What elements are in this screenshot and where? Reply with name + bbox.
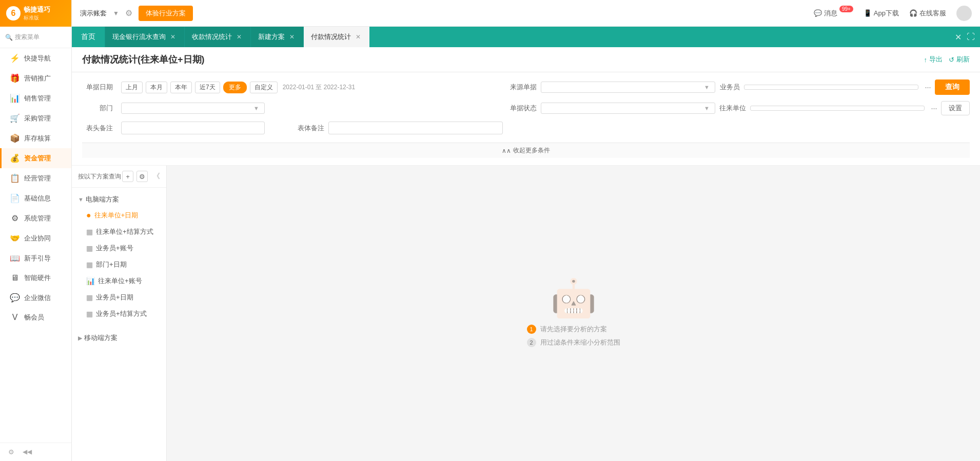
search-label: 搜索菜单 — [15, 33, 40, 42]
tab-new-scheme[interactable]: 新建方案 ✕ — [250, 27, 303, 47]
date-opt-more[interactable]: 更多 — [223, 82, 247, 93]
mobile-section-label: 移动端方案 — [84, 333, 117, 343]
tip-num-2: 2 — [527, 338, 536, 347]
maximize-icon[interactable]: ⛶ — [967, 32, 975, 42]
date-range-display: 2022-01-01 至 2022-12-31 — [283, 83, 355, 92]
scheme-item-label: 往来单位+日期 — [94, 211, 139, 220]
settings-icon[interactable]: ⚙ — [8, 448, 14, 456]
scheme-item-dept-date[interactable]: ▦ 部门+日期 — [72, 256, 166, 273]
tab-receipt-stats[interactable]: 收款情况统计 ✕ — [184, 27, 250, 47]
sidebar-item-label: 经营管理 — [24, 174, 51, 183]
service-btn[interactable]: 🎧 在线客服 — [909, 9, 946, 18]
tabbar: 首页 现金银行流水查询 ✕ 收款情况统计 ✕ 新建方案 ✕ 付款情况统计 ✕ ✕… — [72, 27, 980, 47]
message-btn[interactable]: 💬 消息 99+ — [814, 9, 853, 18]
staff-select[interactable] — [744, 85, 918, 90]
tab-close-icon[interactable]: ✕ — [169, 33, 177, 41]
scheme-item-label: 往来单位+账号 — [98, 276, 142, 286]
tab-payment-stats[interactable]: 付款情况统计 ✕ — [303, 27, 369, 47]
refresh-label: 刷新 — [956, 55, 970, 64]
date-opt-this-month[interactable]: 本月 — [146, 82, 167, 93]
scheme-item-icon: ▦ — [86, 310, 93, 318]
scheme-collapse-btn[interactable]: 《 — [153, 172, 160, 181]
sidebar-search-area[interactable]: 🔍 搜索菜单 — [0, 27, 71, 48]
logo-name: 畅捷通巧 — [24, 5, 50, 14]
company-dropdown-icon[interactable]: ▼ — [113, 10, 119, 17]
date-opt-custom[interactable]: 自定义 — [250, 82, 278, 93]
sidebar-item-marketing[interactable]: 🎁 营销推广 — [0, 68, 71, 88]
desktop-section-header[interactable]: ▼ 电脑端方案 — [72, 192, 166, 207]
close-all-tabs-icon[interactable]: ✕ — [955, 32, 962, 42]
body-note-input[interactable] — [333, 124, 498, 132]
date-opt-last-month[interactable]: 上月 — [121, 82, 143, 93]
source-label: 来源单据 — [506, 83, 537, 92]
main-content: 演示账套 ▼ ⚙ 体验行业方案 💬 消息 99+ 📱 App下载 🎧 在线客服 … — [72, 0, 980, 461]
sidebar-nav: ⚡ 快捷导航 🎁 营销推广 📊 销售管理 🛒 采购管理 📦 库存核算 💰 资金管… — [0, 48, 71, 443]
page-title: 付款情况统计(往来单位+日期) — [82, 53, 205, 66]
scheme-settings-btn[interactable]: ⚙ — [136, 171, 148, 182]
sidebar-item-purchase[interactable]: 🛒 采购管理 — [0, 108, 71, 128]
refresh-btn[interactable]: ↺ 刷新 — [949, 55, 970, 64]
collapse-sidebar-icon[interactable]: ◀◀ — [23, 448, 32, 456]
tip-num-1: 1 — [527, 325, 536, 334]
tab-label: 现金银行流水查询 — [112, 32, 166, 42]
header-note-label: 表头备注 — [82, 124, 113, 133]
body-note-input-wrap[interactable] — [328, 122, 503, 134]
filter-row-1: 单据日期 上月 本月 本年 近7天 更多 自定义 2022-01-01 至 20… — [82, 79, 970, 95]
scheme-item-partner-settle[interactable]: ▦ 往来单位+结算方式 — [72, 224, 166, 240]
sidebar-item-quick-nav[interactable]: ⚡ 快捷导航 — [0, 48, 71, 68]
collapse-conditions-btn[interactable]: ∧∧ 收起更多条件 — [82, 143, 970, 158]
source-select[interactable]: ▼ — [541, 82, 715, 93]
sidebar-item-enterprise[interactable]: 🤝 企业协同 — [0, 228, 71, 248]
trial-btn[interactable]: 体验行业方案 — [139, 6, 193, 21]
sidebar-item-hardware[interactable]: 🖥 智能硬件 — [0, 268, 71, 288]
dept-select[interactable]: ▼ — [121, 103, 265, 114]
tab-home[interactable]: 首页 — [72, 27, 105, 47]
empty-tip-1: 1 请先选择要分析的方案 — [527, 325, 620, 334]
scheme-item-staff-account[interactable]: ▦ 业务员+账号 — [72, 240, 166, 256]
sidebar-item-label: 销售管理 — [24, 94, 51, 103]
user-avatar[interactable] — [956, 6, 972, 21]
scheme-item-staff-date[interactable]: ▦ 业务员+日期 — [72, 289, 166, 306]
sidebar-item-guide[interactable]: 📖 新手引导 — [0, 248, 71, 268]
staff-more-btn[interactable]: ··· — [925, 82, 931, 93]
sidebar-item-sales[interactable]: 📊 销售管理 — [0, 88, 71, 108]
sidebar-item-inventory[interactable]: 📦 库存核算 — [0, 128, 71, 148]
sales-icon: 📊 — [10, 93, 20, 103]
export-btn[interactable]: ↑ 导出 — [924, 55, 943, 64]
tab-bank-flow[interactable]: 现金银行流水查询 ✕ — [105, 27, 184, 47]
add-scheme-btn[interactable]: + — [122, 171, 133, 182]
desktop-schemes-section: ▼ 电脑端方案 ● 往来单位+日期 ▦ 往来单位+结算方式 ▦ — [72, 188, 166, 326]
tab-close-icon[interactable]: ✕ — [235, 33, 243, 41]
mobile-section-header[interactable]: ▶ 移动端方案 — [72, 330, 166, 346]
scheme-item-partner-account[interactable]: 📊 往来单位+账号 — [72, 273, 166, 289]
tip-1-text: 请先选择要分析的方案 — [540, 325, 607, 334]
sidebar-item-vip[interactable]: V 畅会员 — [0, 308, 71, 327]
sidebar-item-weixin[interactable]: 💬 企业微信 — [0, 288, 71, 308]
topbar-settings-icon[interactable]: ⚙ — [125, 8, 132, 18]
tab-close-icon[interactable]: ✕ — [288, 33, 296, 41]
settings-button[interactable]: 设置 — [941, 101, 970, 115]
scheme-item-partner-date[interactable]: ● 往来单位+日期 — [72, 207, 166, 224]
sidebar-item-operations[interactable]: 📋 经营管理 — [0, 168, 71, 188]
sidebar-item-finance[interactable]: 💰 资金管理 — [0, 148, 71, 168]
date-opt-this-year[interactable]: 本年 — [170, 82, 192, 93]
voucher-status-select[interactable]: ▼ — [541, 103, 715, 114]
query-button[interactable]: 查询 — [935, 79, 970, 95]
sidebar-item-system[interactable]: ⚙ 系统管理 — [0, 208, 71, 228]
export-label: 导出 — [929, 55, 943, 64]
app-download-btn[interactable]: 📱 App下载 — [864, 9, 899, 18]
date-opt-7days[interactable]: 近7天 — [195, 82, 220, 93]
header-note-input[interactable] — [126, 124, 260, 132]
sidebar-item-basic-info[interactable]: 📄 基础信息 — [0, 188, 71, 208]
tab-close-icon[interactable]: ✕ — [354, 33, 362, 41]
partner-select[interactable] — [750, 106, 925, 111]
scheme-item-label: 业务员+日期 — [96, 293, 133, 302]
weixin-icon: 💬 — [10, 293, 20, 303]
partner-more-btn[interactable]: ··· — [931, 103, 937, 114]
header-note-input-wrap[interactable] — [121, 122, 265, 134]
scheme-item-staff-settle[interactable]: ▦ 业务员+结算方式 — [72, 306, 166, 322]
sidebar-item-label: 资金管理 — [24, 154, 51, 163]
voucher-status-label: 单据状态 — [506, 104, 537, 113]
search-menu[interactable]: 🔍 搜索菜单 — [5, 31, 66, 44]
sidebar-item-label: 库存核算 — [24, 134, 51, 143]
